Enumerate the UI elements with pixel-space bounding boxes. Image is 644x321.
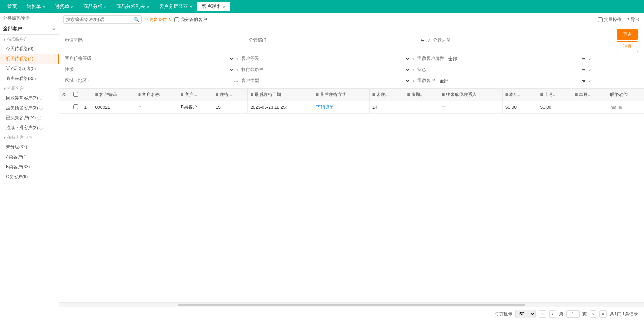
toolbar: 🔍 ▽ 更多条件 ∧ 我分管的客户 批量操作 ↗ 导出 — [59, 13, 644, 26]
col-not-contacted[interactable]: ≡ 未联... — [369, 89, 404, 101]
my-customers-checkbox[interactable]: 我分管的客户 — [174, 17, 207, 23]
last-page-btn[interactable]: » — [599, 310, 607, 318]
scrollbar-area — [59, 302, 644, 307]
next-page-btn[interactable]: › — [590, 310, 596, 318]
query-button[interactable]: 查询 — [617, 29, 638, 40]
bulk-checkbox[interactable] — [598, 17, 603, 22]
col-customer-name[interactable]: ≡ 客户名称 — [135, 89, 178, 101]
filter-scatter-customer-label: 零散客户 — [417, 77, 435, 84]
nav-close-product-analysis-list[interactable]: ✕ — [147, 5, 150, 9]
filter-customer-level-label: 客户等级 — [241, 55, 259, 62]
col-contact[interactable]: ≡ 联络... — [213, 89, 248, 101]
my-customers-check[interactable] — [174, 17, 179, 22]
sidebar-item-overdue[interactable]: 逾期未联络(30) — [0, 74, 59, 84]
nav-product-analysis[interactable]: 商品分析 ✕ — [79, 2, 111, 11]
filter-scatter-attr-select[interactable]: 全部 — [447, 56, 587, 62]
sidebar-search-input[interactable] — [3, 15, 58, 21]
cell-customer-code: 000021 — [92, 101, 135, 114]
gear-icon[interactable]: ⚙ — [62, 92, 66, 97]
action-phone-icon[interactable]: ☎ — [611, 105, 616, 110]
filter-person-dots[interactable]: ··· — [609, 38, 614, 44]
search-icon[interactable]: 🔍 — [134, 17, 139, 22]
more-filter-btn[interactable]: ▽ 更多条件 ∧ — [145, 17, 171, 23]
sidebar-item-b-class[interactable]: B类客户(33) — [0, 162, 59, 172]
sidebar-item-c-class[interactable]: C类客户(6) — [0, 172, 59, 182]
sidebar-item-declining[interactable]: 持续下滑客户(2) ⓘ — [0, 123, 59, 133]
nav-close-sales[interactable]: ✕ — [42, 5, 45, 9]
col-last-contact-method[interactable]: ≡ 最后联络方式 — [313, 89, 369, 101]
col-gear[interactable]: ⚙ — [59, 89, 70, 101]
sidebar-item-ungrouped[interactable]: 未分组(32) — [0, 142, 59, 152]
filter-customer-level-select[interactable] — [262, 56, 411, 62]
filter-payment-select[interactable] — [266, 67, 411, 73]
nav-product-analysis-list[interactable]: 商品分析列表 ✕ — [112, 2, 154, 11]
filter-region-input[interactable] — [94, 78, 232, 83]
col-customer-code[interactable]: ≡ 客户编码 — [92, 89, 135, 101]
sidebar-item-lost-warning[interactable]: 流失预警客户(3) ⓘ — [0, 103, 59, 113]
sidebar-item-7days[interactable]: 近7天待联络(0) — [0, 64, 59, 74]
cell-customer-name: ** — [135, 101, 178, 114]
select-all-checkbox[interactable] — [73, 92, 78, 97]
filter-status-arrow: ∨ — [588, 68, 591, 72]
nav-close-customer-tier[interactable]: ✕ — [189, 5, 192, 9]
setting-button[interactable]: 设置 — [617, 41, 638, 52]
nav-purchase[interactable]: 进货单 ✕ — [50, 2, 78, 11]
nav-close-product-analysis[interactable]: ✕ — [104, 5, 107, 9]
nav-home[interactable]: 首页 — [3, 2, 21, 11]
filter-price-level-arrow: ∨ — [236, 56, 238, 61]
sidebar-all-customers[interactable]: 全部客户 « — [0, 23, 59, 35]
filter-person-input[interactable] — [454, 38, 608, 43]
filter-price-level-select[interactable] — [94, 56, 234, 62]
filter-region: 区域（地区） ··· — [65, 76, 238, 85]
sidebar-item-tomorrow[interactable]: 明天待联络(1) — [0, 54, 59, 64]
prev-page-btn[interactable]: ‹ — [549, 310, 556, 318]
cell-not-contacted: 14 — [369, 101, 404, 114]
nav-close-purchase[interactable]: ✕ — [71, 5, 74, 9]
filter-dept-select[interactable] — [269, 38, 426, 44]
filter-phone-label: 电话号码 — [65, 37, 83, 44]
filter-nature-select[interactable] — [77, 67, 234, 73]
page-size-select[interactable]: 50 100 200 — [515, 310, 536, 318]
export-btn[interactable]: ↗ 导出 — [626, 17, 640, 23]
sidebar-item-repurchase-anomaly[interactable]: 回购异常客户(2) ⓘ — [0, 93, 59, 103]
col-checkbox — [70, 89, 81, 101]
bulk-op-btn[interactable]: 批量操作 — [598, 17, 622, 23]
col-last-month[interactable]: ≡ 上月... — [537, 89, 572, 101]
filter-price-level-label: 客户价格等级 — [65, 55, 91, 62]
sidebar-item-a-class[interactable]: A类客户(1) — [0, 152, 59, 162]
export-icon: ↗ — [626, 17, 630, 22]
cell-this-month — [572, 101, 607, 114]
filter-region-dots[interactable]: ··· — [234, 78, 238, 84]
row-checkbox[interactable] — [73, 104, 78, 109]
page-input[interactable] — [566, 310, 580, 318]
filter-payment: 收付款条件 ∨ — [241, 65, 415, 74]
sidebar-search-container: 🔍 — [0, 13, 59, 23]
col-customer-type[interactable]: ≡ 客户... — [178, 89, 213, 101]
filter-customer-type-select[interactable] — [262, 78, 411, 84]
filter-phone-input[interactable] — [85, 38, 246, 43]
top-nav: 首页 销货单 ✕ 进货单 ✕ 商品分析 ✕ 商品分析列表 ✕ 客户分层经营 ✕ … — [0, 0, 644, 13]
sidebar-item-lost[interactable]: 已流失客户(24) ⓘ — [0, 113, 59, 123]
last-contact-link[interactable]: 下销货单 — [316, 104, 334, 110]
nav-close-customer-contact[interactable]: ✕ — [223, 5, 225, 9]
action-grid-icon[interactable]: ⊞ — [619, 105, 623, 110]
search-input[interactable] — [66, 17, 132, 22]
horizontal-scrollbar[interactable] — [178, 304, 525, 306]
col-this-year[interactable]: ≡ 本年... — [502, 89, 537, 101]
col-this-month[interactable]: ≡ 本月... — [572, 89, 607, 101]
toolbar-right: 批量操作 ↗ 导出 — [598, 17, 640, 23]
col-overdue[interactable]: ≡ 逾期... — [404, 89, 439, 101]
col-last-contact-date[interactable]: ≡ 最后联络日期 — [248, 89, 313, 101]
filter-scatter-customer-select[interactable]: 全部 — [438, 78, 587, 84]
nav-sales[interactable]: 销货单 ✕ — [22, 2, 50, 11]
nav-customer-contact[interactable]: 客户联络 ✕ — [197, 2, 230, 11]
collapse-icon[interactable]: « — [53, 26, 56, 32]
first-page-btn[interactable]: « — [539, 310, 546, 318]
nav-customer-tier[interactable]: 客户分层经营 ✕ — [155, 2, 197, 11]
page-label: 第 — [559, 311, 563, 317]
sidebar-item-today[interactable]: 今天待联络(0) — [0, 44, 59, 54]
filter-status-select[interactable] — [429, 67, 587, 73]
col-contacts[interactable]: ≡ 往来单位联系人 — [439, 89, 503, 101]
cell-last-contact-method[interactable]: 下销货单 — [313, 101, 369, 114]
filter-dept: 分管部门 ∨ — [249, 36, 430, 45]
